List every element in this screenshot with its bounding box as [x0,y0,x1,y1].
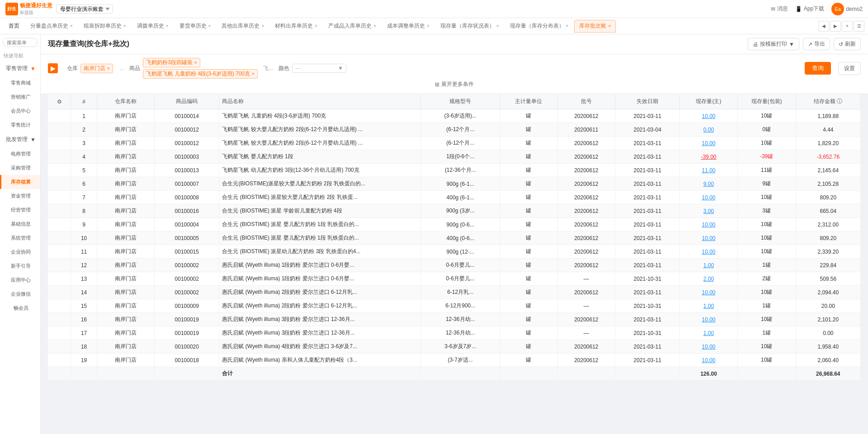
sidebar-item-operations[interactable]: 经营管理 [0,203,40,217]
cell-stock-main[interactable]: 10.00 [680,245,737,259]
template-print-btn[interactable]: 🖨 按模板打印 ▼ [748,38,799,50]
tab-10[interactable]: 现存量（库存分布表） × [505,20,574,33]
cell-icon [48,123,71,137]
close-icon[interactable]: × [261,24,264,28]
cell-name: 合生元 (BIOSTIME) 派星 婴儿配方奶粉 1段 乳铁蛋白的... [219,218,421,231]
sidebar-item-marketing[interactable]: 营销推广 [0,90,40,104]
export-btn[interactable]: ↗ 导出 [803,38,830,50]
sidebar-item-purchase[interactable]: 采购管理 [0,161,40,175]
refresh-btn[interactable]: ↺ 刷新 [834,38,861,50]
sidebar-item-appstore[interactable]: 应用中心 [0,273,40,287]
expand-more-btn[interactable]: ⊞ 展开更多条件 [435,80,474,88]
tab-8[interactable]: 成本调整单历史 × [382,20,434,33]
close-icon[interactable]: × [566,24,569,28]
product-tag-1[interactable]: 飞鹤奶粉3段四罐装 × [143,58,200,67]
cell-stock-main[interactable]: 10.00 [680,286,737,299]
set-btn[interactable]: 设置 [838,62,861,75]
close-icon[interactable]: × [123,24,126,28]
cell-stock-main[interactable]: 9.00 [680,177,737,191]
nav-close-btn[interactable]: × [842,21,853,32]
sidebar-item-ecommerce[interactable]: 电商管理 [0,147,40,161]
cell-expire: 2021-10-31 [615,326,680,340]
cell-unit: 罐 [500,326,557,340]
close-icon[interactable]: × [315,24,317,28]
cell-stock-main[interactable]: 10.00 [680,109,737,123]
cell-stock-main[interactable]: 10.00 [680,137,737,150]
close-icon[interactable]: × [166,24,169,28]
query-btn[interactable]: 查询 [805,62,831,75]
sidebar-item-retail-mgmt[interactable]: 零售管理 ▼ [0,61,40,76]
tab-4[interactable]: 要货单历史 × [175,20,216,33]
cell-unit: 罐 [500,299,557,313]
cell-stock-main[interactable]: 1.00 [680,259,737,272]
cell-stock-main[interactable]: -39.00 [680,150,737,164]
sidebar-item-inventory[interactable]: 库存核算 [0,175,40,189]
cell-stock-main[interactable]: 10.00 [680,231,737,245]
cell-stock-main[interactable]: 10.00 [680,340,737,354]
tab-7[interactable]: 产成品入库单历史 × [323,20,381,33]
sidebar-item-member[interactable]: 会员中心 [0,104,40,118]
message-btn[interactable]: ✉ 消息 [771,5,788,13]
cell-stock-main[interactable]: 0.00 [680,123,737,137]
tab-6[interactable]: 材料出库单历史 × [270,20,322,33]
sidebar-item-finance[interactable]: 资金管理 [0,189,40,203]
sidebar-item-member2[interactable]: 畅会员 [0,301,40,315]
cell-stock-main[interactable]: 1.00 [680,299,737,313]
sidebar-item-system[interactable]: 系统管理 [0,231,40,245]
tab-11-active[interactable]: 库存批次账 × [574,20,616,33]
tab-9[interactable]: 现存量（库存状况表） × [435,20,504,33]
close-icon[interactable]: × [608,24,611,28]
cell-icon [48,204,71,218]
sidebar-item-basics[interactable]: 基础信息 [0,217,40,231]
cell-balance: 1,189.88 [796,109,860,123]
sidebar-item-newguide[interactable]: 新手引导 [0,259,40,273]
app-download-btn[interactable]: 📱 App下载 [795,5,824,13]
nav-next-btn[interactable]: ▶ [830,21,841,32]
nav-menu-btn[interactable]: ☰ [854,21,864,32]
close-icon[interactable]: × [373,24,376,28]
tab-5[interactable]: 其他出库单历史 × [217,20,269,33]
breadcrumb-select[interactable]: 母婴行业演示账套 [56,5,113,14]
cell-unit: 罐 [500,231,557,245]
tab-1[interactable]: 分量盘点单历史 × [25,20,78,33]
cell-stock-main[interactable]: 2.00 [680,272,737,286]
remove-warehouse-tag[interactable]: × [107,66,110,71]
tab-2[interactable]: 组装拆卸单历史 × [79,20,131,33]
cell-stock-main[interactable]: 10.00 [680,354,737,367]
tab-home[interactable]: 首页 [4,20,24,33]
close-icon[interactable]: × [208,24,211,28]
cell-stock-main[interactable]: 10.00 [680,191,737,204]
sidebar-item-retail-stat[interactable]: 零售统计 [0,118,40,132]
th-spec: 规格型号 [421,94,500,109]
product-tag-2[interactable]: 飞鹤星飞帆 儿童奶粉 4段(3-6岁适用) 700克 × [143,69,258,79]
search-input[interactable] [3,38,38,47]
sidebar-item-retail-shop[interactable]: 零售商城 [0,76,40,90]
warehouse-tag-1[interactable]: 南岸门店 × [80,64,113,73]
footer-cell-empty [48,367,71,381]
filter-row: ▶ 仓库 南岸门店 × ... 商品 [48,58,861,79]
close-icon[interactable]: × [496,24,499,28]
cell-stock-main[interactable]: 3.00 [680,204,737,218]
top-bar-left: 好生 畅捷通好生意 标题版 母婴行业演示账套 [5,2,113,16]
close-icon[interactable]: × [427,24,429,28]
cell-stock-main[interactable]: 1.00 [680,326,737,340]
remove-product-tag-1[interactable]: × [194,60,197,65]
color-select[interactable]: — ▼ [292,64,346,73]
product-more[interactable]: 飞... [263,65,273,72]
sidebar-item-collab[interactable]: 企业协同 [0,245,40,259]
expand-filter-btn[interactable]: ▶ [48,63,58,73]
nav-prev-btn[interactable]: ◀ [818,21,829,32]
cell-stock-main[interactable]: 10.00 [680,218,737,231]
sidebar-item-wechat[interactable]: 企业微信 [0,287,40,301]
table-body: 1 南岸门店 00100014 飞鹤星飞帆 儿童奶粉 4段(3-6岁适用) 70… [48,109,861,381]
close-icon[interactable]: × [70,24,73,28]
cell-stock-main[interactable]: 11.00 [680,164,737,177]
tab-3[interactable]: 调拨单历史 × [132,20,174,33]
cell-stock-main[interactable]: 10.00 [680,313,737,326]
table-row: 3 南岸门店 00100012 飞鹤星飞帆 较大婴儿配方奶粉 2段(6-12个月… [48,137,861,150]
remove-product-tag-2[interactable]: × [252,71,255,76]
sidebar-item-wholesale[interactable]: 批发管理 ▼ [0,132,40,147]
cell-code: 00100020 [155,340,219,354]
user-btn[interactable]: Ea demo2 [831,3,863,15]
warehouse-more[interactable]: ... [119,65,124,71]
